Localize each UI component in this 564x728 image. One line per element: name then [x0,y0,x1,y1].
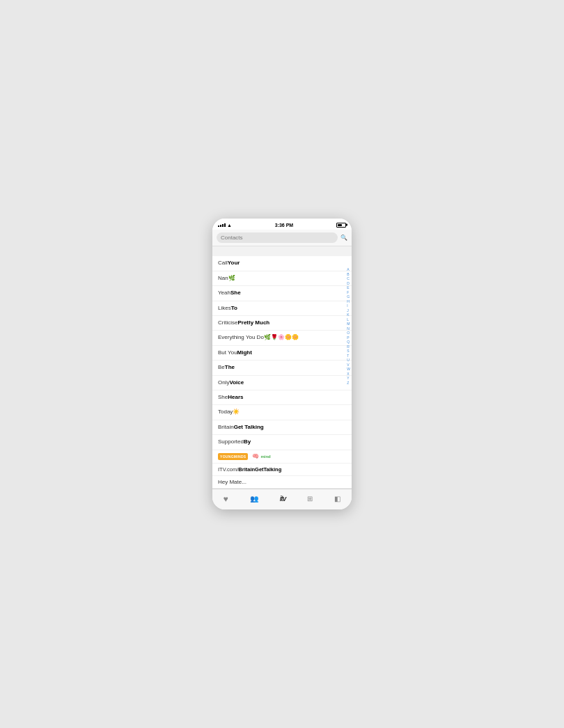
itv-link-bold[interactable]: BritainGetTalking [238,466,281,473]
contact-normal-text: Today [218,409,233,416]
contact-bold-text: 🌿 [228,275,235,282]
contact-bold-text: To [231,305,237,312]
contact-bold-text: The [225,364,235,371]
contact-normal-text: Likes [218,305,231,312]
tab-bar: ♥ 👥 itv ⊞ ◧ [212,489,352,509]
contact-normal-text: Everything You Do [218,334,264,341]
contact-normal-text: Yeah [218,290,230,296]
favorites-icon: ♥ [224,495,228,503]
contacts-icon: 👥 [250,496,258,503]
contact-normal-text: Britain [218,424,234,431]
contact-row[interactable]: Britain Get Talking [212,420,352,435]
contact-normal-text: Criticise [218,319,237,326]
contacts-list: Call YourNan 🌿Yeah SheLikes ToCriticise … [212,256,352,450]
contact-bold-text: Might [237,349,252,356]
contact-row[interactable]: She Hears [212,390,352,405]
search-icon[interactable]: 🔍 [340,235,347,241]
itv-link-prefix: ITV.com/ [218,466,238,473]
voicemail-icon: ◧ [334,496,340,503]
battery-fill [338,224,342,226]
tab-voicemail[interactable]: ◧ [334,496,340,503]
contact-row[interactable]: But You Might [212,346,352,361]
contact-normal-text: Be [218,364,225,371]
contact-row[interactable]: Likes To [212,301,352,316]
young-minds-logo: YoungMinds [218,453,248,460]
contact-row[interactable]: Only Voice [212,376,352,390]
tab-favorites[interactable]: ♥ [224,495,228,503]
contact-normal-text: She [218,394,228,401]
tab-itv[interactable]: itv [280,495,286,503]
contact-bold-text: By [244,438,251,445]
contact-bold-text: Your [228,260,240,267]
phone-frame: ▲ 3:36 PM 🔍 ABCDEFGHIJKLMNOPQRSTUVWXYZ C… [212,219,352,509]
tab-apps[interactable]: ⊞ [307,496,313,503]
logos-row: YoungMinds 🧠 mind [212,450,352,464]
contact-bold-text: Hears [228,394,243,401]
contact-row[interactable]: Supported By [212,435,352,450]
more-row: Hey Mate... [212,476,352,489]
status-time: 3:36 PM [275,223,293,228]
contact-row[interactable]: Be The [212,361,352,375]
mind-brain-icon: 🧠 [252,453,259,459]
contact-row[interactable]: Criticise Pretty Much [212,316,352,331]
signal-bars [218,223,226,227]
wifi-icon: ▲ [227,223,232,228]
contact-bold-text: Voice [229,379,244,386]
contact-bold-text: She [230,290,241,296]
status-right [336,223,346,228]
contact-normal-text: Call [218,260,228,267]
contact-row[interactable]: Nan 🌿 [212,271,352,286]
contact-normal-text: Only [218,379,229,386]
contact-bold-text: Get Talking [234,424,264,431]
alphabet-letter-z[interactable]: Z [347,381,350,386]
itv-link-row: ITV.com/BritainGetTalking [212,464,352,476]
itv-logo: itv [280,495,286,503]
contact-row[interactable]: Today ☀️ [212,405,352,420]
contact-row[interactable]: Yeah She [212,286,352,301]
status-bar: ▲ 3:36 PM [212,219,352,230]
search-bar: 🔍 [212,230,352,246]
mind-logo-text: mind [260,454,270,459]
tab-contacts[interactable]: 👥 [250,496,258,503]
status-left: ▲ [218,223,232,228]
contact-bold-text: ☀️ [233,409,240,416]
alphabet-index[interactable]: ABCDEFGHIJKLMNOPQRSTUVWXYZ [347,267,350,385]
section-header [212,246,352,256]
contact-row[interactable]: Call Your [212,256,352,271]
search-input[interactable] [217,232,338,243]
contact-row[interactable]: Everything You Do 🌿🌹🌸🌼🌼 [212,331,352,345]
contact-normal-text: Supported [218,438,244,445]
contact-bold-text: Pretty Much [237,319,269,326]
contact-normal-text: But You [218,349,237,356]
apps-icon: ⊞ [307,496,313,503]
mind-logo: 🧠 mind [252,453,270,459]
contact-normal-text: Nan [218,275,228,282]
contact-bold-text: 🌿🌹🌸🌼🌼 [264,334,299,341]
battery-icon [336,223,346,228]
